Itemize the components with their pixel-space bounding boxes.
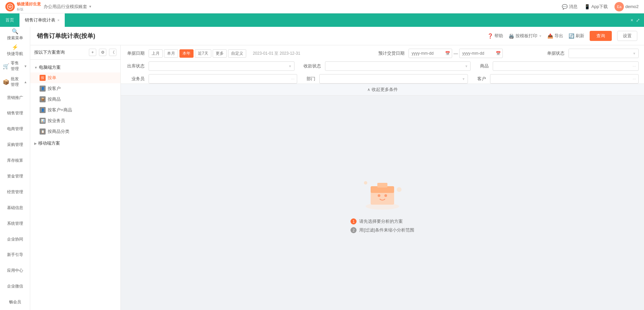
sidebar-item-ecom[interactable]: 电商管理 bbox=[0, 121, 30, 137]
tree-item-by-goods[interactable]: 📦 按商品 bbox=[30, 94, 120, 105]
calendar-icon-end: 📅 bbox=[496, 51, 501, 56]
dept-label: 部门 bbox=[305, 76, 315, 82]
user-avatar: Ea bbox=[614, 2, 624, 11]
query-btn[interactable]: 查询 bbox=[590, 31, 612, 41]
user-profile[interactable]: Ea demo2 bbox=[614, 2, 639, 11]
tab-minimize-btn[interactable]: × bbox=[631, 17, 633, 23]
wholesale-icon: 📦 bbox=[3, 79, 9, 85]
salesperson-dots-icon[interactable]: ··· bbox=[291, 76, 294, 81]
customer-select[interactable] bbox=[490, 74, 639, 84]
salesperson-select-wrapper: ··· bbox=[149, 74, 297, 84]
customer-select-wrapper: ··· bbox=[490, 74, 639, 84]
tree-group-mobile-header[interactable]: ▶ 移动端方案 bbox=[30, 138, 120, 148]
refresh-btn[interactable]: 🔄 刷新 bbox=[569, 33, 584, 39]
content-main: 按以下方案查询 + ⚙ 《 ▼ 电脑端方案 按 按单 bbox=[30, 45, 644, 310]
goods-select[interactable] bbox=[493, 61, 639, 71]
sidebar-item-marketing[interactable]: 营销推广 bbox=[0, 90, 30, 106]
empty-state: 1 请先选择要分析的方案 2 用[过滤]条件来缩小分析范围 bbox=[121, 96, 644, 310]
dept-select-wrapper: ▼ bbox=[319, 74, 468, 84]
by-salesperson-icon: 📊 bbox=[40, 118, 46, 124]
receipt-caret-icon: ▼ bbox=[465, 64, 468, 68]
receipt-select[interactable] bbox=[325, 61, 471, 71]
tree-item-by-order[interactable]: 按 按单 bbox=[30, 72, 120, 83]
retail-icon: 🛒 bbox=[3, 63, 9, 69]
dept-select[interactable] bbox=[319, 74, 468, 84]
by-category-icon: 📋 bbox=[40, 128, 46, 135]
expected-date-label: 预计交货日期 bbox=[378, 50, 405, 56]
tab-home[interactable]: 首页 bbox=[0, 13, 19, 27]
delivery-select[interactable] bbox=[149, 61, 294, 71]
date-btn-thismonth[interactable]: 本月 bbox=[164, 49, 178, 58]
sidebar-item-system[interactable]: 系统管理 bbox=[0, 216, 30, 231]
tree-group-desktop: ▼ 电脑端方案 按 按单 👤 按客户 📦 按 bbox=[30, 62, 120, 137]
tab-sales-order[interactable]: 销售订单统计表 × bbox=[19, 13, 65, 27]
date-btn-thisyear[interactable]: 本年 bbox=[179, 49, 194, 58]
sidebar-item-inventory[interactable]: 库存核算 bbox=[0, 153, 30, 168]
order-status-select[interactable] bbox=[569, 49, 639, 58]
add-scheme-btn[interactable]: + bbox=[89, 49, 96, 56]
date-btn-lastmonth[interactable]: 上月 bbox=[149, 49, 163, 58]
sidebar-item-operations[interactable]: 经营管理 bbox=[0, 184, 30, 200]
message-icon: 💬 bbox=[562, 4, 568, 9]
date-btn-last7days[interactable]: 近7天 bbox=[195, 49, 211, 58]
tree-item-by-salesperson[interactable]: 📊 按业务员 bbox=[30, 115, 120, 126]
sidebar-item-enterprise[interactable]: 企业协同 bbox=[0, 231, 30, 247]
sidebar-item-wholesale[interactable]: 📦 批发管理 ▲ bbox=[0, 74, 30, 90]
tab-maximize-btn[interactable]: ⤢ bbox=[636, 17, 640, 23]
tree-item-by-category[interactable]: 📋 按商品分类 bbox=[30, 126, 120, 137]
expected-date-end-wrapper: 📅 bbox=[459, 49, 503, 58]
scheme-settings-btn[interactable]: ⚙ bbox=[99, 49, 106, 56]
date-btn-more[interactable]: 更多 bbox=[213, 49, 227, 58]
salesperson-select[interactable] bbox=[149, 74, 297, 84]
print-btn[interactable]: 🖨️ 按模板打印 ▼ bbox=[508, 33, 542, 39]
desktop-arrow-icon: ▼ bbox=[34, 66, 38, 69]
tab-right-actions: × ⤢ bbox=[627, 17, 644, 23]
tree-item-by-customer[interactable]: 👤 按客户 bbox=[30, 83, 120, 94]
app-download-btn[interactable]: 📱 App下载 bbox=[584, 4, 608, 10]
receipt-select-wrapper: ▼ bbox=[325, 61, 471, 71]
settings-btn[interactable]: 设置 bbox=[617, 31, 637, 41]
content-area: 销售订单统计表(按单) ❓ 帮助 🖨️ 按模板打印 ▼ 📤 导出 bbox=[30, 27, 644, 310]
date-field-label: 单据日期 bbox=[126, 50, 145, 56]
sidebar-item-finance[interactable]: 资金管理 bbox=[0, 168, 30, 184]
tree-group-desktop-header[interactable]: ▼ 电脑端方案 bbox=[30, 62, 120, 72]
left-panel-title: 按以下方案查询 bbox=[34, 49, 86, 55]
by-customer-icon: 👤 bbox=[40, 86, 46, 92]
sidebar-item-sales[interactable]: 销售管理 bbox=[0, 105, 30, 121]
goods-dots-icon[interactable]: ··· bbox=[633, 64, 636, 68]
sidebar-item-quicknav[interactable]: ⚡ 快捷导航 bbox=[0, 43, 30, 58]
sidebar-item-appstore[interactable]: 应用中心 bbox=[0, 263, 30, 278]
sidebar-item-purchase[interactable]: 采购管理 bbox=[0, 137, 30, 153]
goods-label: 商品 bbox=[479, 63, 489, 69]
sidebar-item-wechat[interactable]: 企业微信 bbox=[0, 278, 30, 294]
date-options-group: 上月 本月 本年 近7天 更多 自定义 bbox=[149, 49, 246, 58]
top-header: 畅捷通好生意 标版 办公用品行业模拟账套 ▼ 💬 消息 📱 App下载 Ea d… bbox=[0, 0, 644, 13]
customer-label: 客户 bbox=[476, 76, 486, 82]
help-btn[interactable]: ❓ 帮助 bbox=[487, 33, 503, 39]
svg-rect-4 bbox=[377, 183, 387, 188]
by-customer-goods-icon: 👤 bbox=[40, 107, 46, 113]
tree-item-by-customer-goods[interactable]: 👤 按客户+商品 bbox=[30, 105, 120, 115]
collapse-filters-btn[interactable]: ∧ 收起更多条件 bbox=[121, 84, 644, 95]
account-selector[interactable]: 办公用品行业模拟账套 ▼ bbox=[44, 4, 92, 10]
export-btn[interactable]: 📤 导出 bbox=[547, 33, 563, 39]
refresh-icon: 🔄 bbox=[569, 33, 574, 39]
sidebar-item-basic[interactable]: 基础信息 bbox=[0, 200, 30, 216]
svg-point-5 bbox=[378, 194, 380, 197]
svg-point-7 bbox=[364, 181, 367, 185]
sidebar-item-retail[interactable]: 🛒 零售管理 ▼ bbox=[0, 58, 30, 74]
filter-row-2: 出库状态 ▼ 收款状态 ▼ 商品 bbox=[126, 61, 639, 71]
goods-select-wrapper: ··· bbox=[493, 61, 639, 71]
collapse-panel-btn[interactable]: 《 bbox=[109, 49, 116, 56]
sidebar-item-search[interactable]: 🔍 搜索菜单 bbox=[0, 27, 30, 43]
sidebar-item-newbie[interactable]: 新手引导 bbox=[0, 247, 30, 263]
svg-point-8 bbox=[397, 187, 401, 192]
date-btn-custom[interactable]: 自定义 bbox=[228, 49, 246, 58]
empty-illustration bbox=[359, 173, 406, 213]
customer-dots-icon[interactable]: ··· bbox=[633, 76, 636, 81]
print-dropdown-icon[interactable]: ▼ bbox=[539, 34, 542, 38]
message-btn[interactable]: 💬 消息 bbox=[562, 4, 578, 10]
tab-close-btn[interactable]: × bbox=[57, 18, 59, 22]
sidebar-item-member[interactable]: 畅会员 bbox=[0, 294, 30, 310]
tip-num-2: 2 bbox=[351, 227, 357, 233]
